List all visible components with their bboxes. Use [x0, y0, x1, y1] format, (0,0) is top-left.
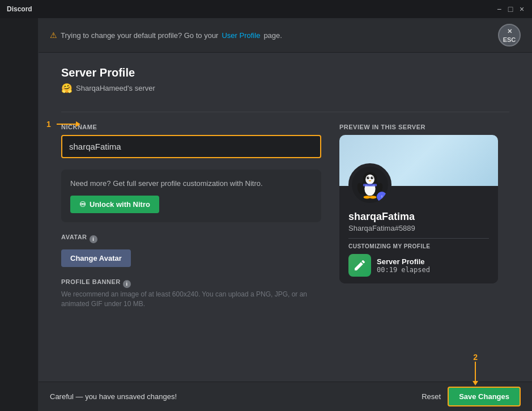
- profile-banner-section: PROFILE BANNER i We recommend an image o…: [61, 278, 321, 309]
- banner-label: PROFILE BANNER: [61, 278, 121, 285]
- preview-banner: ↑: [339, 135, 498, 186]
- svg-rect-8: [363, 184, 377, 186]
- sidebar: [0, 18, 39, 411]
- banner-info-icon[interactable]: i: [123, 280, 131, 288]
- title-bar: Discord − □ ×: [0, 0, 532, 18]
- customizing-label: CUSTOMIZING MY PROFILE: [348, 243, 489, 249]
- svg-point-3: [365, 175, 374, 185]
- annotation-2: 2: [473, 353, 478, 382]
- change-avatar-button[interactable]: Change Avatar: [61, 249, 131, 267]
- bottom-bar: Careful — you have unsaved changes! Rese…: [39, 382, 532, 411]
- preview-username: sharqaFatima: [348, 211, 489, 223]
- nitro-promo-text: Need more? Get full server profile custo…: [70, 179, 312, 189]
- nitro-icon: ♾: [79, 200, 86, 209]
- avatar-label-row: AVATAR i: [61, 234, 321, 245]
- esc-label: ESC: [503, 36, 516, 43]
- user-profile-link[interactable]: User Profile: [222, 31, 260, 40]
- notification-banner: ⚠ Trying to change your default profile?…: [39, 18, 532, 53]
- svg-point-4: [367, 177, 369, 179]
- preview-avatar: ↑: [348, 163, 391, 206]
- reset-button[interactable]: Reset: [422, 392, 441, 401]
- minimize-button[interactable]: −: [496, 6, 503, 12]
- nitro-promo-box: Need more? Get full server profile custo…: [61, 170, 321, 222]
- server-name-row: 🤗 SharqaHameed's server: [61, 83, 509, 94]
- customizing-title: Server Profile: [377, 257, 489, 266]
- banner-label-row: PROFILE BANNER i: [61, 278, 321, 290]
- svg-point-6: [368, 177, 368, 177]
- pencil-icon: [353, 259, 367, 272]
- app-title: Discord: [7, 5, 32, 13]
- maximize-button[interactable]: □: [507, 6, 514, 12]
- esc-button[interactable]: ✕ ESC: [498, 24, 521, 46]
- preview-divider: [348, 238, 489, 239]
- two-col-layout: NICKNAME Need more? Get full server prof…: [61, 124, 509, 320]
- left-column: NICKNAME Need more? Get full server prof…: [61, 124, 321, 320]
- customizing-row: Server Profile 00:19 elapsed: [348, 254, 489, 277]
- nitro-button-label: Unlock with Nitro: [90, 200, 150, 209]
- settings-content: Server Profile 🤗 SharqaHameed's server N…: [39, 53, 532, 382]
- settings-header: Server Profile 🤗 SharqaHameed's server: [61, 66, 509, 94]
- avatar-label: AVATAR: [61, 234, 87, 240]
- content-area: ⚠ Trying to change your default profile?…: [39, 18, 532, 411]
- app-layout: ⚠ Trying to change your default profile?…: [0, 18, 532, 411]
- svg-point-5: [371, 177, 373, 179]
- x-icon: ✕: [507, 28, 512, 35]
- nickname-section: NICKNAME: [61, 124, 321, 170]
- notification-body: Trying to change your default profile? G…: [61, 31, 218, 40]
- svg-point-7: [372, 177, 372, 177]
- warning-icon: ⚠: [50, 31, 57, 40]
- customizing-icon: [348, 254, 371, 277]
- preview-discriminator: SharqaFatima#5889: [348, 224, 489, 232]
- avatar-section: AVATAR i Change Avatar: [61, 234, 321, 267]
- banner-description: We recommend an image of at least 600x24…: [61, 290, 321, 309]
- server-name: SharqaHameed's server: [76, 84, 155, 92]
- annotation-1: 1: [46, 120, 77, 129]
- page-title: Server Profile: [61, 66, 509, 79]
- preview-avatar-wrapper: ↑: [348, 163, 391, 206]
- annotation-1-label: 1: [46, 120, 51, 129]
- customizing-info: Server Profile 00:19 elapsed: [377, 257, 489, 274]
- close-button[interactable]: ×: [518, 6, 525, 12]
- right-column: PREVIEW IN THIS SERVER: [339, 124, 509, 320]
- nickname-label: NICKNAME: [61, 124, 321, 130]
- preview-label: PREVIEW IN THIS SERVER: [339, 124, 509, 130]
- preview-card: ↑ sharqaFatima SharqaFatima#5889 CUSTOMI…: [339, 135, 498, 283]
- notification-text: ⚠ Trying to change your default profile?…: [50, 31, 282, 40]
- avatar-info-icon[interactable]: i: [90, 235, 97, 243]
- svg-point-12: [369, 196, 376, 198]
- window-controls: − □ ×: [496, 6, 525, 12]
- svg-point-11: [364, 196, 371, 198]
- customizing-elapsed: 00:19 elapsed: [377, 266, 489, 274]
- notification-end: page.: [263, 31, 282, 40]
- server-emoji: 🤗: [61, 83, 73, 94]
- annotation-2-label: 2: [473, 353, 478, 362]
- section-divider: [61, 112, 509, 112]
- unsaved-message: Careful — you have unsaved changes!: [50, 392, 177, 401]
- avatar-edit-icon: ↑: [377, 192, 387, 202]
- save-changes-button[interactable]: Save Changes: [448, 387, 521, 406]
- unlock-nitro-button[interactable]: ♾ Unlock with Nitro: [70, 196, 159, 213]
- bottom-bar-actions: Reset Save Changes: [422, 387, 521, 406]
- nickname-input[interactable]: [61, 135, 321, 158]
